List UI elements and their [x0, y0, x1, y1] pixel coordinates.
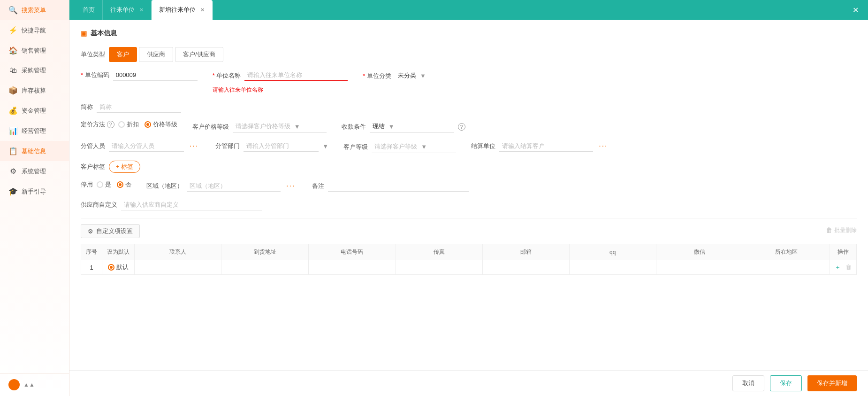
table-row: 1 默认 ＋	[81, 260, 857, 275]
col-email: 邮箱	[482, 244, 569, 260]
pricing-info-icon[interactable]: ?	[107, 121, 114, 128]
payment-terms-label: 收款条件	[342, 123, 366, 131]
disabled-no-radio[interactable]: 否	[117, 180, 131, 189]
window-close-button[interactable]: ✕	[849, 4, 862, 16]
price-arrow-icon: ▼	[294, 123, 300, 130]
tag-field: 客户标签 + 标签	[81, 161, 140, 173]
save-new-button[interactable]: 保存并新增	[807, 375, 857, 391]
unit-type-supplier[interactable]: 供应商	[139, 47, 173, 62]
disabled-field: 停用 是 否	[81, 180, 131, 189]
sidebar-item-sales[interactable]: 🏠 销售管理	[0, 40, 69, 61]
customer-tag-label: 客户标签	[81, 163, 105, 171]
row-wechat[interactable]	[656, 260, 743, 275]
unit-code-field: 单位编码	[81, 70, 198, 81]
unit-type-customer[interactable]: 客户	[109, 47, 137, 62]
unit-category-field: 单位分类 未分类 ▼	[363, 70, 451, 82]
supplier-custom-label: 供应商自定义	[81, 201, 117, 209]
main-area: 首页 往来单位 ✕ 新增往来单位 ✕ ✕ ▣ 基本信息 单位类型 客户 供应商 …	[69, 0, 868, 396]
customer-level-field: 客户等级 请选择客户等级 ▼	[343, 140, 456, 153]
row-phone[interactable]	[309, 260, 396, 275]
delete-row-icon[interactable]: 🗑	[845, 264, 852, 271]
sidebar-item-inventory[interactable]: 📦 库存核算	[0, 80, 69, 101]
customer-price-label: 客户价格等级	[192, 123, 229, 131]
sidebar-item-system[interactable]: ⚙ 系统管理	[0, 161, 69, 181]
row-qq[interactable]	[569, 260, 656, 275]
pricing-level-circle	[145, 121, 151, 128]
short-name-input[interactable]	[97, 101, 181, 113]
add-tag-button[interactable]: + 标签	[109, 161, 140, 173]
short-name-field: 简称	[81, 101, 181, 113]
manager-input[interactable]	[109, 140, 184, 152]
settings-gear-icon: ⚙	[88, 228, 93, 235]
region-label: 区域（地区）	[146, 182, 183, 190]
code-name-category-row: 单位编码 单位名称 请输入往来单位名称 单位分类 未分类 ▼	[81, 70, 857, 94]
row-fax[interactable]	[396, 260, 482, 275]
col-default: 设为默认	[102, 244, 135, 260]
region-input[interactable]	[187, 180, 281, 192]
row-location[interactable]	[743, 260, 830, 275]
unit-category-select[interactable]: 未分类 ▼	[395, 70, 451, 82]
unit-name-label: 单位名称	[213, 71, 241, 80]
customer-level-select[interactable]: 请选择客户等级 ▼	[372, 140, 456, 153]
unit-type-both[interactable]: 客户/供应商	[175, 47, 223, 62]
manager-more-icon[interactable]: ···	[188, 142, 200, 150]
settlement-input[interactable]	[499, 140, 593, 152]
custom-settings-button[interactable]: ⚙ 自定义项设置	[81, 224, 140, 238]
unit-name-input[interactable]	[244, 70, 348, 81]
unit-type-row: 单位类型 客户 供应商 客户/供应商	[81, 47, 857, 62]
department-input[interactable]	[244, 140, 319, 152]
manager-field: 分管人员 ···	[81, 140, 200, 152]
cancel-button[interactable]: 取消	[732, 375, 764, 391]
customer-price-select[interactable]: 请选择客户价格等级 ▼	[233, 120, 327, 133]
finance-icon: 💰	[8, 106, 18, 115]
level-arrow-icon: ▼	[421, 143, 427, 150]
settlement-more-icon[interactable]: ···	[597, 142, 609, 150]
pricing-discount-circle	[118, 121, 125, 128]
row-address[interactable]	[221, 260, 309, 275]
unit-type-field: 单位类型 客户 供应商 客户/供应商	[81, 47, 223, 62]
row-email[interactable]	[482, 260, 569, 275]
disabled-yes-circle	[97, 181, 103, 188]
tab-new-partner[interactable]: 新增往来单位 ✕	[152, 0, 213, 20]
region-more-icon[interactable]: ···	[284, 182, 297, 190]
col-address: 到货地址	[221, 244, 309, 260]
supplier-custom-input[interactable]	[121, 199, 262, 210]
manager-label: 分管人员	[81, 142, 105, 150]
sidebar-item-quick-nav[interactable]: ⚡ 快捷导航	[0, 20, 69, 40]
sidebar-item-search[interactable]: 🔍 搜索菜单	[0, 0, 69, 20]
sidebar-item-purchase[interactable]: 🛍 采购管理	[0, 61, 69, 80]
pricing-level-radio[interactable]: 价格等级	[145, 120, 177, 129]
sidebar-item-newbie[interactable]: 🎓 新手引导	[0, 181, 69, 202]
manager-row: 分管人员 ··· 分管部门 ▼ 客户等级 请选择客户等级 ▼ 结算单位 ···	[81, 140, 857, 153]
payment-terms-select[interactable]: 现结 ▼	[370, 120, 454, 133]
bottom-bar: 取消 保存 保存并新增	[69, 370, 868, 396]
tag-row: 客户标签 + 标签	[81, 161, 857, 173]
supplier-custom-row: 供应商自定义	[81, 199, 857, 210]
purchase-icon: 🛍	[8, 66, 18, 75]
row-contact[interactable]	[135, 260, 221, 275]
remarks-label: 备注	[312, 182, 324, 190]
search-icon: 🔍	[8, 6, 18, 15]
supplier-custom-field: 供应商自定义	[81, 199, 262, 210]
default-circle	[108, 264, 114, 271]
disabled-yes-radio[interactable]: 是	[97, 180, 111, 189]
sidebar-item-finance[interactable]: 💰 资金管理	[0, 101, 69, 121]
tab-partners-close[interactable]: ✕	[139, 7, 144, 13]
sidebar-item-operations[interactable]: 📊 经营管理	[0, 121, 69, 141]
tab-bar: 首页 往来单位 ✕ 新增往来单位 ✕ ✕	[69, 0, 868, 20]
dept-arrow-icon[interactable]: ▼	[322, 143, 328, 150]
tab-new-partner-close[interactable]: ✕	[200, 7, 205, 13]
sidebar-item-basic-info[interactable]: 📋 基础信息	[0, 141, 69, 161]
user-name: ▲▲	[23, 381, 35, 388]
sidebar-bottom: ▲▲	[0, 373, 69, 396]
remarks-input[interactable]	[328, 180, 469, 192]
default-radio[interactable]: 默认	[107, 263, 129, 272]
tab-home[interactable]: 首页	[75, 0, 103, 20]
unit-code-input[interactable]	[113, 70, 198, 81]
payment-terms-info-icon[interactable]: ?	[458, 123, 465, 131]
pricing-discount-radio[interactable]: 折扣	[118, 120, 139, 129]
save-button[interactable]: 保存	[770, 375, 802, 391]
customer-level-label: 客户等级	[343, 143, 368, 151]
add-row-icon[interactable]: ＋	[835, 264, 841, 271]
tab-partners[interactable]: 往来单位 ✕	[103, 0, 152, 20]
